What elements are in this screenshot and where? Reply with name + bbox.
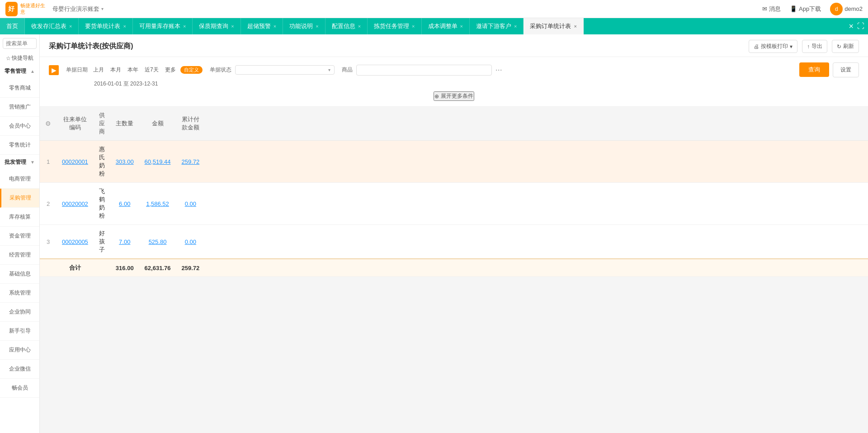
sidebar-item-collab[interactable]: 企业协同 xyxy=(0,303,39,322)
logo-icon: 好 xyxy=(5,2,18,16)
org-selector[interactable]: 母婴行业演示账套 ▾ xyxy=(52,5,104,13)
collapse-arrow-icon: ▲ xyxy=(30,69,35,74)
tab-close-icon[interactable]: × xyxy=(412,24,415,29)
sidebar-item-newguide[interactable]: 新手引导 xyxy=(0,322,39,341)
sidebar-item-retail-mall[interactable]: 零售商城 xyxy=(0,79,39,98)
row-amount[interactable]: 60,519.44 xyxy=(139,141,176,183)
goods-filter-group: 商品 ··· xyxy=(342,65,502,76)
search-input[interactable] xyxy=(3,38,37,49)
row-supplier: 惠氏奶粉 xyxy=(94,141,110,183)
row-unit-code[interactable]: 00020005 xyxy=(57,225,94,259)
tab-home[interactable]: 首页 xyxy=(0,18,25,34)
goods-more-icon[interactable]: ··· xyxy=(495,65,502,75)
app-download-button[interactable]: 📱 App下载 xyxy=(790,5,821,13)
sidebar-item-basicinfo[interactable]: 基础信息 xyxy=(0,265,39,284)
shortcut-this-month[interactable]: 本月 xyxy=(108,65,123,75)
sidebar-item-purchase[interactable]: 采购管理 xyxy=(0,189,39,208)
tab-close-icon[interactable]: × xyxy=(231,24,234,29)
goods-input[interactable] xyxy=(356,65,492,76)
query-button[interactable]: 查询 xyxy=(799,62,829,77)
sidebar-item-members[interactable]: 会员中心 xyxy=(0,117,39,136)
table-gear-icon[interactable]: ⚙ xyxy=(45,120,51,127)
filter-top-row: ▶ 单据日期 上月 本月 本年 近7天 更多 自定义 xyxy=(49,62,859,77)
date-shortcuts: 上月 本月 本年 近7天 更多 自定义 xyxy=(91,65,203,75)
refresh-icon: ↻ xyxy=(837,43,841,50)
tab-caigou-active[interactable]: 采购订单统计表 × xyxy=(524,18,583,34)
row-paid-amount[interactable]: 259.72 xyxy=(176,141,205,183)
shortcut-last-month[interactable]: 上月 xyxy=(91,65,106,75)
row-amount[interactable]: 525.80 xyxy=(139,225,176,259)
sidebar-item-enterprise-wechat[interactable]: 企业微信 xyxy=(0,360,39,379)
row-num: 2 xyxy=(40,183,57,225)
user-menu[interactable]: d demo2 xyxy=(830,3,863,15)
shortcut-this-year[interactable]: 本年 xyxy=(126,65,140,75)
template-print-button[interactable]: 🖨 按模板打印 ▾ xyxy=(749,40,797,53)
sidebar-item-wholesale[interactable]: 批发管理 ▼ xyxy=(0,155,39,170)
nav-maximize-icon[interactable]: ⛶ xyxy=(857,22,864,30)
custom-date-badge[interactable]: 自定义 xyxy=(180,66,203,74)
top-right-actions: ✉ 消息 📱 App下载 d demo2 xyxy=(762,3,863,15)
tab-jianhuo[interactable]: 拣货任务管理 × xyxy=(368,18,421,34)
tab-close-icon[interactable]: × xyxy=(123,24,126,29)
row-paid-amount[interactable]: 0.00 xyxy=(176,183,205,225)
tab-keyongliang[interactable]: 可用量库存账本 × xyxy=(133,18,193,34)
row-extra xyxy=(205,183,868,225)
sidebar-item-finance[interactable]: 资金管理 xyxy=(0,227,39,246)
sidebar-item-appcenter[interactable]: 应用中心 xyxy=(0,341,39,360)
main-content: 采购订单统计表(按供应商) 🖨 按模板打印 ▾ ↑ 导出 ↻ 刷新 xyxy=(40,34,868,433)
tab-chaochu[interactable]: 超储预警 × xyxy=(241,18,283,34)
shortcut-more[interactable]: 更多 xyxy=(163,65,178,75)
row-unit-code[interactable]: 00020001 xyxy=(57,141,94,183)
filter-settings-button[interactable]: 设置 xyxy=(833,62,859,77)
refresh-button[interactable]: ↻ 刷新 xyxy=(832,40,859,53)
tab-close-icon[interactable]: × xyxy=(460,24,463,29)
sidebar-item-system[interactable]: 系统管理 xyxy=(0,284,39,303)
sidebar-item-inventory[interactable]: 库存核算 xyxy=(0,208,39,227)
expand-more-button[interactable]: ⊕ 展开更多条件 xyxy=(434,91,474,101)
nav-tab-actions: × ⛶ xyxy=(849,22,868,31)
tab-baozhi[interactable]: 保质期查询 × xyxy=(193,18,241,34)
sidebar-item-ecommerce[interactable]: 电商管理 xyxy=(0,170,39,189)
dropdown-arrow-icon: ▾ xyxy=(790,43,793,50)
sidebar-item-member[interactable]: 畅会员 xyxy=(0,379,39,398)
row-unit-code[interactable]: 00020002 xyxy=(57,183,94,225)
row-quantity[interactable]: 7.00 xyxy=(110,225,139,259)
tab-shoufacun[interactable]: 收发存汇总表 × xyxy=(25,18,79,34)
org-name: 母婴行业演示账套 xyxy=(52,5,99,13)
page-title: 采购订单统计表(按供应商) xyxy=(49,42,133,51)
toggle-col-button[interactable]: ▶ xyxy=(49,65,59,75)
export-button[interactable]: ↑ 导出 xyxy=(802,40,827,53)
nav-close-icon[interactable]: × xyxy=(849,22,854,31)
tab-chengben[interactable]: 成本调整单 × xyxy=(422,18,470,34)
row-quantity[interactable]: 303.00 xyxy=(110,141,139,183)
col-amount: 金额 xyxy=(139,107,176,141)
nav-tabs-bar: 首页 收发存汇总表 × 要货单统计表 × 可用量库存账本 × 保质期查询 × 超… xyxy=(0,18,868,34)
tab-close-icon[interactable]: × xyxy=(358,24,361,29)
sidebar-search-area xyxy=(0,34,39,52)
row-paid-amount[interactable]: 0.00 xyxy=(176,225,205,259)
tab-peizhixinxi[interactable]: 配置信息 × xyxy=(326,18,368,34)
tab-yaoqing[interactable]: 邀请下游客户 × xyxy=(470,18,524,34)
row-quantity[interactable]: 6.00 xyxy=(110,183,139,225)
status-select[interactable]: ▾ xyxy=(235,65,335,75)
tab-close-icon[interactable]: × xyxy=(514,24,517,29)
tab-close-icon[interactable]: × xyxy=(183,24,186,29)
table-container: ⚙ 往来单位编码 供应商 主数量 金额 累计付款金额 xyxy=(40,107,868,277)
tab-gongneng[interactable]: 功能说明 × xyxy=(283,18,325,34)
tab-yaohuo[interactable]: 要货单统计表 × xyxy=(79,18,132,34)
app-download-icon: 📱 xyxy=(790,5,797,12)
sidebar-item-retail-management[interactable]: 零售管理 ▲ xyxy=(0,64,39,79)
tab-close-icon[interactable]: × xyxy=(274,24,276,29)
sidebar: ☆ 快捷导航 零售管理 ▲ 零售商城 营销推广 会员中心 零售统计 批发管理 ▼… xyxy=(0,34,40,433)
sidebar-item-marketing[interactable]: 营销推广 xyxy=(0,98,39,117)
row-amount[interactable]: 1,586.52 xyxy=(139,183,176,225)
tab-close-icon[interactable]: × xyxy=(69,24,72,29)
tab-close-icon[interactable]: × xyxy=(316,24,318,29)
tab-close-icon[interactable]: × xyxy=(574,24,576,29)
col-extra xyxy=(205,107,868,141)
sidebar-nav-item[interactable]: ☆ 快捷导航 xyxy=(0,52,39,64)
message-button[interactable]: ✉ 消息 xyxy=(762,5,781,13)
shortcut-7days[interactable]: 近7天 xyxy=(143,65,160,75)
sidebar-item-retail-stats[interactable]: 零售统计 xyxy=(0,136,39,155)
sidebar-item-operations[interactable]: 经营管理 xyxy=(0,246,39,265)
